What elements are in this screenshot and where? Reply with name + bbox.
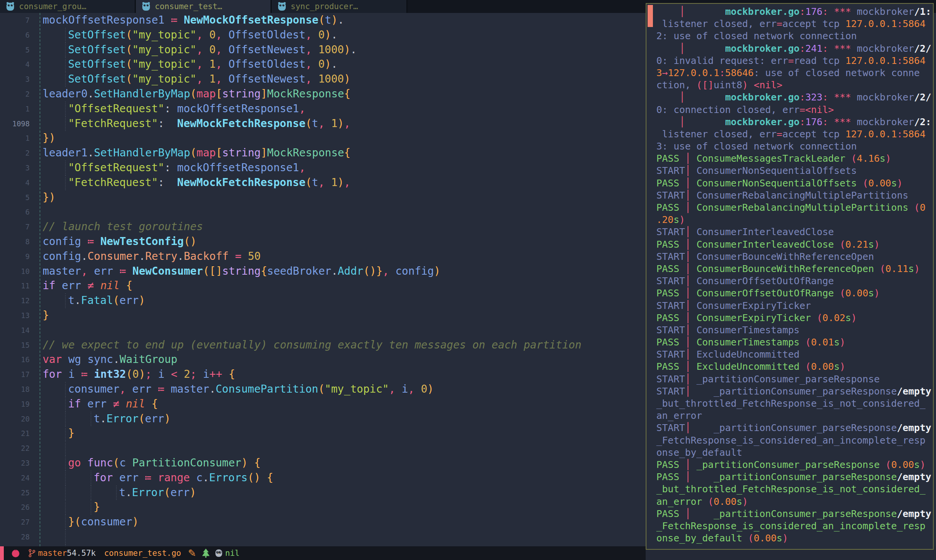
code-line[interactable]: 19if err ≠ nil { [0,397,646,412]
line-number: 9 [0,249,37,264]
indent-guide [65,412,66,426]
terminal-line: START│ _partitionConsumer_parseResponse [656,373,933,385]
code-text: leader0.SetHandlerByMap(map[string]MockR… [37,87,646,102]
code-text: for i ≔ int32(0); i < 2; i++ { [37,367,646,382]
tab-sync-producer[interactable]: sync_producer… [272,0,408,13]
code-line[interactable]: 4"FetchRequest": NewMockFetchResponse(t,… [0,175,646,190]
code-line[interactable]: 18consumer, err ≔ master.ConsumePartitio… [0,382,646,397]
code-text: }) [37,190,646,205]
line-number: 4 [0,175,37,190]
indent-guide [65,485,66,500]
line-number: 3 [0,72,37,87]
scrollbar-thumb[interactable] [648,5,653,27]
code-text: "FetchRequest": NewMockFetchResponse(t, … [37,116,646,131]
code-line[interactable]: 12t.Fatal(err) [0,293,646,308]
indent-guide [65,530,66,544]
code-line[interactable]: 26} [0,500,646,515]
terminal-line: 0: invalid request: err=read tcp 127.0.0… [656,55,933,67]
line-body: // we expect to end up (eventually) cons… [37,338,646,353]
indent-guide [65,102,66,116]
indent-guide [65,116,66,131]
code-line[interactable]: 6 [0,205,646,220]
line-number: 26 [0,500,37,515]
file-size-count: 54.57k [67,549,96,558]
terminal-line: _FetchResponse_is_considered_an_incomple… [656,520,933,532]
code-line[interactable]: 21} [0,426,646,441]
code-editor[interactable]: 7mockOffsetResponse1 ≔ NewMockOffsetResp… [0,13,646,546]
indent-guide [65,72,66,87]
code-line[interactable]: 4SetOffset("my_topic", 1, OffsetOldest, … [0,57,646,72]
code-line[interactable]: 5}) [0,190,646,205]
code-line[interactable]: 1}) [0,131,646,146]
line-number: 23 [0,456,37,471]
terminal-line: START│ _partitionConsumer_parseResponse/… [656,422,933,434]
code-line[interactable]: 11if err ≠ nil { [0,278,646,293]
code-line[interactable]: 3"OffsetRequest": mockOffsetResponse1, [0,161,646,175]
terminal-line: START│ ConsumerOffsetOutOfRange [656,275,933,287]
code-line[interactable]: 13} [0,308,646,323]
line-number: 3 [0,161,37,175]
code-line[interactable]: 8config ≔ NewTestConfig() [0,234,646,249]
code-line[interactable]: 5SetOffset("my_topic", 0, OffsetNewest, … [0,43,646,57]
code-line[interactable]: 10master, err ≔ NewConsumer([]string{see… [0,264,646,279]
gopher-icon [142,2,150,11]
code-line[interactable]: 24for err ≔ range c.Errors() { [0,471,646,485]
line-body [37,441,646,456]
terminal-line: an_error [656,410,933,422]
line-number: 17 [0,367,37,382]
tab-consumer-group[interactable]: consumer_grou… [0,0,136,13]
code-line[interactable]: 6SetOffset("my_topic", 0, OffsetOldest, … [0,28,646,43]
tab-consumer-test[interactable]: consumer_test… [136,0,272,13]
code-line[interactable]: 20t.Error(err) [0,412,646,426]
line-number: 19 [0,397,37,412]
terminal-line: START│ ConsumerNonSequentialOffsets [656,165,933,177]
line-body: config ≔ NewTestConfig() [37,234,646,249]
line-body: // launch test goroutines [37,220,646,234]
line-body: for i ≔ int32(0); i < 2; i++ { [37,367,646,382]
indent-guide [91,485,91,500]
line-number: 25 [0,485,37,500]
line-number: 10 [0,264,37,279]
code-line[interactable]: 28 [0,530,646,544]
line-number: 20 [0,412,37,426]
code-line[interactable]: 7// launch test goroutines [0,220,646,234]
terminal-line: 2: use of closed network connection [656,30,933,42]
code-line[interactable]: 3SetOffset("my_topic", 1, OffsetNewest, … [0,72,646,87]
code-line[interactable]: 2leader1.SetHandlerByMap(map[string]Mock… [0,146,646,161]
code-line[interactable]: 16var wg sync.WaitGroup [0,352,646,367]
indent-guide [91,412,91,426]
code-line[interactable]: 25t.Error(err) [0,485,646,500]
code-line[interactable]: 15// we expect to end up (eventually) co… [0,338,646,353]
code-line[interactable]: 2leader0.SetHandlerByMap(map[string]Mock… [0,87,646,102]
line-body: mockOffsetResponse1 ≔ NewMockOffsetRespo… [37,13,646,28]
code-line[interactable]: 1098"FetchRequest": NewMockFetchResponse… [0,116,646,131]
code-text: } [37,500,646,515]
terminal-line: START│ ConsumerInterleavedClose [656,226,933,238]
code-line[interactable]: 7mockOffsetResponse1 ≔ NewMockOffsetResp… [0,13,646,28]
code-line[interactable]: 23go func(c PartitionConsumer) { [0,456,646,471]
tab-label: sync_producer… [291,2,358,11]
git-branch-icon [28,549,36,558]
line-number: 2 [0,146,37,161]
gopher-icon [278,2,286,11]
terminal-panel[interactable]: │ mockbroker.go:176: *** mockbroker/1: l… [646,3,934,550]
indent-guide [65,57,66,72]
statusbar-accent [0,546,4,560]
terminal-line: _but_throttled_FetchResponse_is_not_cons… [656,483,933,495]
code-line[interactable]: 9config.Consumer.Retry.Backoff = 50 [0,249,646,264]
line-body: }(consumer) [37,515,646,530]
code-line[interactable]: 17for i ≔ int32(0); i < 2; i++ { [0,367,646,382]
terminal-line: PASS │ ExcludeUncommitted (0.00s) [656,361,933,373]
code-line[interactable]: 1"OffsetRequest": mockOffsetResponse1, [0,102,646,116]
code-line[interactable]: 22 [0,441,646,456]
line-number: 1 [0,131,37,146]
code-line[interactable]: 27}(consumer) [0,515,646,530]
git-branch-name: master [38,549,67,558]
line-body: leader0.SetHandlerByMap(map[string]MockR… [37,87,646,102]
code-text: "OffsetRequest": mockOffsetResponse1, [37,102,646,116]
code-text: SetOffset("my_topic", 0, OffsetNewest, 1… [37,43,646,57]
code-line[interactable]: 14 [0,323,646,338]
terminal-line: PASS │ _partitionConsumer_parseResponse/… [656,508,933,520]
code-text: if err ≠ nil { [37,278,646,293]
terminal-line: an_error (0.00s) [656,496,933,508]
